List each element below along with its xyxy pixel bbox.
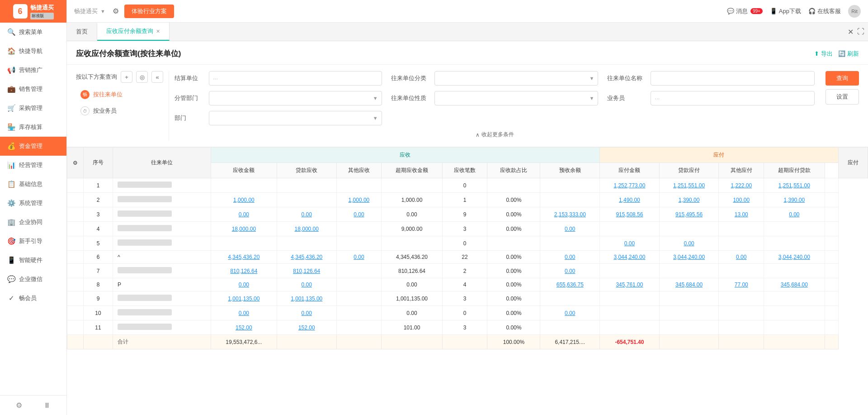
- tab-ar-ap[interactable]: 应收应付余额查询 ✕: [97, 23, 170, 41]
- edit-scheme-button[interactable]: ◎: [136, 71, 148, 83]
- table-cell[interactable]: 1,252,773.00: [600, 178, 660, 193]
- table-cell[interactable]: 0.00: [540, 264, 600, 278]
- table-cell[interactable]: 0.00: [540, 222, 600, 236]
- footer-ar-advance[interactable]: 6,417,215....: [540, 335, 600, 349]
- table-cell[interactable]: 1,490.00: [600, 193, 660, 207]
- settings-bottom-icon[interactable]: ⚙: [16, 401, 22, 410]
- sidebar-item-purchase[interactable]: 🛒 采购管理: [0, 99, 66, 118]
- add-scheme-button[interactable]: +: [121, 71, 132, 83]
- tabbar-expand-icon[interactable]: ⛶: [857, 28, 864, 36]
- sidebar-item-basic-info[interactable]: 📋 基础信息: [0, 175, 66, 194]
- table-cell[interactable]: 810,126.64: [211, 264, 277, 278]
- table-cell[interactable]: 0.00: [277, 207, 336, 222]
- sidebar-item-marketing[interactable]: 📢 营销推广: [0, 61, 66, 80]
- table-cell[interactable]: 915,495.56: [659, 207, 719, 222]
- table-cell[interactable]: 0.00: [336, 207, 382, 222]
- promo-button[interactable]: 体验行业方案: [124, 5, 174, 18]
- table-cell[interactable]: 2,153,333.00: [540, 207, 600, 222]
- col-header-settings[interactable]: ⚙: [67, 148, 84, 178]
- table-cell[interactable]: 345,761.00: [600, 278, 660, 291]
- table-cell[interactable]: 0.00: [211, 207, 277, 222]
- settlement-unit-input[interactable]: ···: [209, 71, 382, 86]
- export-button[interactable]: ⬆ 导出: [814, 50, 833, 58]
- sidebar-item-enterprise-wechat[interactable]: 💬 企业微信: [0, 270, 66, 289]
- table-cell[interactable]: 345,684.00: [659, 278, 719, 291]
- sidebar-item-guide[interactable]: 🎯 新手引导: [0, 232, 66, 251]
- table-cell: [487, 178, 540, 193]
- table-cell[interactable]: 0.00: [719, 251, 764, 264]
- sidebar-item-search-menu[interactable]: 🔍 搜索菜单: [0, 23, 66, 42]
- sidebar-item-quick-nav[interactable]: 🏠 快捷导航: [0, 42, 66, 61]
- table-cell[interactable]: 1,251,551.00: [764, 178, 825, 193]
- table-cell[interactable]: 1,390.00: [659, 193, 719, 207]
- collapse-sidebar-icon[interactable]: ⏸: [43, 401, 51, 410]
- sidebar-item-member[interactable]: ✓ 畅会员: [0, 289, 66, 308]
- table-cell[interactable]: 13.00: [719, 207, 764, 222]
- tabbar-close-icon[interactable]: ✕: [848, 28, 854, 36]
- collapse-more-btn[interactable]: ∧ 收起更多条件: [175, 129, 815, 140]
- table-cell[interactable]: 3,044,240.00: [659, 251, 719, 264]
- table-cell[interactable]: 152.00: [211, 320, 277, 335]
- table-cell[interactable]: 1,001,135.00: [211, 291, 277, 306]
- table-cell[interactable]: 810,126.64: [277, 264, 336, 278]
- table-cell[interactable]: 4,345,436.20: [211, 251, 277, 264]
- table-cell[interactable]: 152.00: [277, 320, 336, 335]
- table-cell[interactable]: 4,345,436.20: [277, 251, 336, 264]
- table-cell[interactable]: 915,508.56: [600, 207, 660, 222]
- page: 应收应付余额查询(按往来单位) ⬆ 导出 🔄 刷新: [67, 41, 868, 415]
- user-name: Rit: [851, 9, 857, 14]
- dept-manager-input[interactable]: ▼: [209, 91, 382, 105]
- messages-button[interactable]: 💬 消息 99+: [727, 7, 763, 15]
- table-cell[interactable]: 18,000.00: [277, 222, 336, 236]
- unit-nature-input[interactable]: ▼: [434, 91, 599, 105]
- footer-ar-amount[interactable]: 19,553,472,6...: [211, 335, 277, 349]
- table-cell[interactable]: 100.00: [719, 193, 764, 207]
- table-cell[interactable]: 345,684.00: [764, 278, 825, 291]
- table-cell[interactable]: 0.00: [600, 236, 660, 251]
- filter-option-by-staff[interactable]: ⏱ 按业务员: [76, 104, 163, 118]
- online-service-button[interactable]: 🎧 在线客服: [808, 7, 841, 15]
- dept-input[interactable]: ▼: [209, 111, 382, 125]
- unit-category-input[interactable]: ▼: [434, 71, 599, 86]
- table-cell[interactable]: 1,001,135.00: [277, 291, 336, 306]
- sidebar-item-sales[interactable]: 💼 销售管理: [0, 80, 66, 99]
- tab-home[interactable]: 首页: [67, 23, 97, 40]
- topbar-gear-icon[interactable]: ⚙: [113, 7, 119, 15]
- table-cell[interactable]: 1,251,551.00: [659, 178, 719, 193]
- table-cell[interactable]: 77.00: [719, 278, 764, 291]
- unit-name-input[interactable]: [651, 71, 815, 86]
- sidebar-item-system[interactable]: ⚙️ 系统管理: [0, 194, 66, 213]
- table-cell[interactable]: 1,222.00: [719, 178, 764, 193]
- table-cell[interactable]: 0.00: [659, 236, 719, 251]
- table-settings-icon[interactable]: ⚙: [73, 160, 78, 166]
- table-cell[interactable]: 0.00: [540, 306, 600, 320]
- table-cell[interactable]: 655,636.75: [540, 278, 600, 291]
- sidebar-item-enterprise[interactable]: 🏢 企业协同: [0, 213, 66, 232]
- sidebar-item-finance[interactable]: 💰 资金管理: [0, 137, 66, 156]
- table-cell[interactable]: 1,000.00: [336, 193, 382, 207]
- sidebar-item-operation[interactable]: 📊 经营管理: [0, 156, 66, 175]
- table-cell[interactable]: 18,000.00: [211, 222, 277, 236]
- refresh-button[interactable]: 🔄 刷新: [838, 50, 859, 58]
- sidebar-item-inventory[interactable]: 🏪 库存核算: [0, 118, 66, 137]
- user-avatar[interactable]: Rit: [848, 5, 861, 18]
- table-cell[interactable]: 0.00: [540, 251, 600, 264]
- collapse-scheme-button[interactable]: «: [151, 71, 163, 83]
- sidebar-item-smart-hw[interactable]: 📱 智能硬件: [0, 251, 66, 270]
- query-button[interactable]: 查询: [826, 71, 859, 86]
- table-cell[interactable]: 3,044,240.00: [764, 251, 825, 264]
- table-cell[interactable]: 1,390.00: [764, 193, 825, 207]
- table-cell[interactable]: 0.00: [277, 278, 336, 291]
- table-cell[interactable]: 1,000.00: [211, 193, 277, 207]
- app-download-button[interactable]: 📱 App下载: [770, 7, 801, 15]
- table-cell[interactable]: 3,044,240.00: [600, 251, 660, 264]
- table-cell[interactable]: 0.00: [211, 306, 277, 320]
- filter-option-by-unit[interactable]: 畅 按往来单位: [76, 87, 163, 102]
- settings-button[interactable]: 设置: [826, 89, 859, 105]
- tab-close-icon[interactable]: ✕: [156, 29, 160, 34]
- salesman-input[interactable]: ···: [651, 91, 815, 105]
- table-cell[interactable]: 0.00: [764, 207, 825, 222]
- table-cell[interactable]: 0.00: [336, 251, 382, 264]
- table-cell[interactable]: 0.00: [277, 306, 336, 320]
- table-cell[interactable]: 0.00: [211, 278, 277, 291]
